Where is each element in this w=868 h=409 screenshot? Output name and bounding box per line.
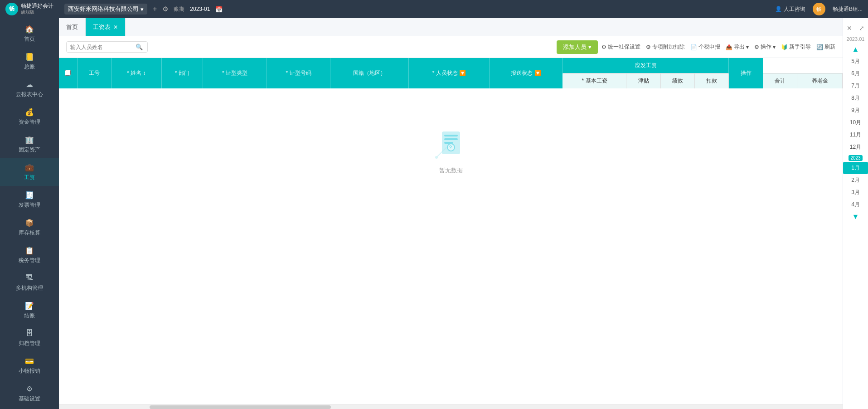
sidebar-label-assets: 固定资产 [19,146,40,154]
cal-month-3[interactable]: 3月 [843,186,868,199]
sidebar-item-report[interactable]: ☁ 云报表中心 [0,75,59,103]
sidebar-item-archive[interactable]: 🗄 归档管理 [0,324,59,352]
settings-nav-icon: ⚙ [25,384,34,393]
sidebar-item-expense[interactable]: 💳 小畅报销 [0,352,59,380]
sidebar-item-settings[interactable]: ⚙ 基础设置 [0,380,59,407]
search-wrap: 🔍 [66,41,148,53]
company-selector[interactable]: 西安虾米网络科技有限公司 ▾ [64,4,147,15]
sidebar-item-fund[interactable]: 💰 资金管理 [0,103,59,131]
deduction-icon: ⚙ [646,44,651,50]
header-right: 👤 人工咨询 畅 畅捷通B组... [775,3,863,15]
sidebar-item-assets[interactable]: 🏢 固定资产 [0,131,59,158]
company-name: 西安虾米网络科技有限公司 [68,5,139,13]
sidebar-item-invoice[interactable]: 🧾 发票管理 [0,186,59,214]
cal-month-1[interactable]: 1月 [843,162,868,174]
salary-icon: 💼 [25,163,34,172]
cal-year-header: 2023.01 [846,34,866,44]
tab-salary[interactable]: 工资表 ✕ [86,18,126,36]
tab-home[interactable]: 首页 [59,18,86,36]
sidebar-item-guide[interactable]: 📖 新手引导 [0,407,59,409]
sidebar-item-ledger[interactable]: 📒 总账 [0,48,59,75]
export-icon: 📤 [726,44,732,50]
cal-month-9[interactable]: 9月 [843,104,868,117]
toolbar-actions: ⚙ 统一社保设置 ⚙ 专项附加扣除 📄 个税申报 📤 导出 ▾ ⚙ [601,43,835,51]
empty-state: ? 暂无数据 [59,88,843,211]
col-base-salary: * 基本工资 [563,73,626,89]
svg-rect-2 [444,138,458,140]
invoice-icon: 🧾 [25,190,34,200]
add-icon[interactable]: + [153,5,157,13]
table-header-row: 工号 * 姓名 ↕ * 部门 * 证型类型 * 证型号码 国籍（地区） * 人员… [59,58,843,73]
app-sub: 旗舰版 [21,9,53,15]
sidebar-item-inventory[interactable]: 📦 库存核算 [0,214,59,241]
op-dropdown-icon: ▾ [773,44,776,50]
close-books-icon: 📝 [25,301,34,310]
cal-month-10[interactable]: 10月 [843,117,868,129]
cal-up-icon[interactable]: ▲ [850,44,861,55]
col-report-status: 报送状态 🔽 [490,58,563,88]
user-name: 畅捷通B组... [833,5,863,13]
sidebar-label-salary: 工资 [24,174,35,181]
cal-down-icon[interactable]: ▼ [850,211,861,223]
assets-icon: 🏢 [25,135,34,144]
sidebar: 🏠 首页 📒 总账 ☁ 云报表中心 💰 资金管理 🏢 固定资产 💼 工资 🧾 发… [0,18,59,409]
settings-icon[interactable]: ⚙ [162,5,168,13]
cal-month-11[interactable]: 11月 [843,129,868,141]
cal-month-7[interactable]: 7月 [843,80,868,92]
close-panel-icon[interactable]: ✕ [845,23,854,34]
cal-month-2[interactable]: 2月 [843,174,868,186]
col-allowance: 津贴 [626,73,660,89]
cal-month-5[interactable]: 5月 [843,55,868,68]
sidebar-item-salary[interactable]: 💼 工资 [0,158,59,186]
user-avatar[interactable]: 畅 [813,3,825,15]
guide-btn-label: 新手引导 [789,43,811,51]
social-icon: ⚙ [601,44,606,50]
col-pension: 养老金 [797,73,843,89]
sidebar-item-home[interactable]: 🏠 首页 [0,20,59,48]
archive-icon: 🗄 [25,329,34,338]
col-name: * 姓名 ↕ [111,58,161,88]
special-deduction-btn[interactable]: ⚙ 专项附加扣除 [646,43,685,51]
cal-month-4[interactable]: 4月 [843,199,868,211]
expand-panel-icon[interactable]: ⤢ [857,23,866,34]
sidebar-label-multi: 多机构管理 [16,284,43,292]
sidebar-label-report: 云报表中心 [16,91,43,98]
tab-salary-label: 工资表 [93,23,111,31]
tab-close-icon[interactable]: ✕ [113,24,118,30]
fund-icon: 💰 [25,107,34,117]
col-payroll-group: 应发工资 [563,58,729,73]
horizontal-scrollbar[interactable] [59,404,843,409]
support-btn[interactable]: 👤 人工咨询 [775,5,805,13]
sidebar-item-tax[interactable]: 📋 税务管理 [0,241,59,269]
sidebar-item-close[interactable]: 📝 结账 [0,297,59,324]
empty-icon: ? [433,125,469,161]
sidebar-label-tax: 税务管理 [19,257,40,264]
col-performance: 绩效 [660,73,694,89]
cal-month-6[interactable]: 6月 [843,68,868,80]
toolbar: 🔍 添加人员 ▾ ⚙ 统一社保设置 ⚙ 专项附加扣除 📄 个税申报 [59,36,843,58]
tax-icon-btn: 📄 [690,44,697,50]
logo-icon: 畅 [5,3,18,15]
search-input[interactable] [70,44,134,50]
empty-text: 暂无数据 [439,166,463,175]
select-all-checkbox[interactable] [65,70,71,76]
tax-declare-btn[interactable]: 📄 个税申报 [690,43,720,51]
calendar-icon[interactable]: 📅 [215,6,223,13]
sidebar-item-multi[interactable]: 🏗 多机构管理 [0,269,59,297]
operation-btn[interactable]: ⚙ 操作 ▾ [754,43,776,51]
right-panel: ✕ ⤢ 2023.01 ▲ 5月 6月 7月 8月 9月 10月 11月 12月… [843,18,868,409]
add-person-dropdown-icon: ▾ [588,44,592,50]
deduction-label: 专项附加扣除 [652,43,685,51]
sidebar-label-expense: 小畅报销 [19,367,40,375]
salary-table: 工号 * 姓名 ↕ * 部门 * 证型类型 * 证型号码 国籍（地区） * 人员… [59,58,843,88]
refresh-btn[interactable]: 🔄 刷新 [816,43,835,51]
scrollbar-thumb[interactable] [150,405,331,409]
cal-month-12[interactable]: 12月 [843,141,868,153]
export-btn[interactable]: 📤 导出 ▾ [726,43,749,51]
period-value: 2023-01 [190,6,210,12]
add-person-button[interactable]: 添加人员 ▾ [557,40,598,54]
cal-month-8[interactable]: 8月 [843,92,868,104]
guide-btn[interactable]: 🔰 新手引导 [781,43,811,51]
social-settings-btn[interactable]: ⚙ 统一社保设置 [601,43,640,51]
op-icon: ⚙ [754,44,759,50]
